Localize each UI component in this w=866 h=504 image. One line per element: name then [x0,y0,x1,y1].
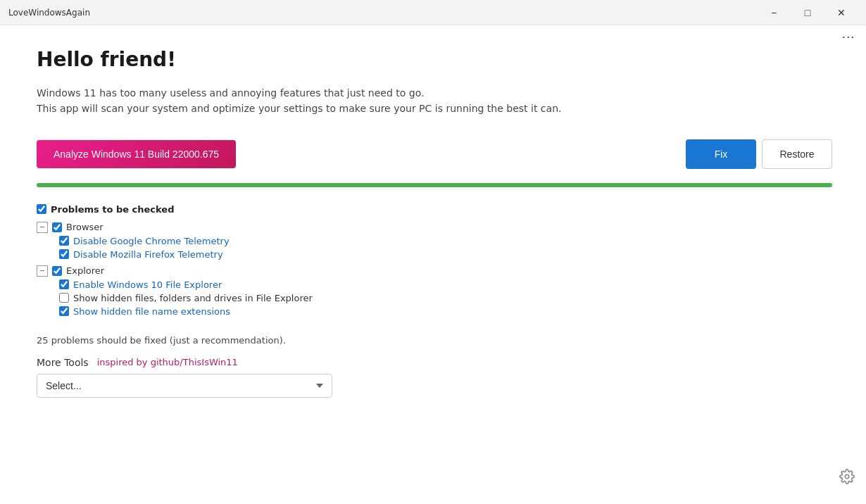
menu-dots-button[interactable]: ⋮ [841,31,856,41]
title-bar: LoveWindowsAgain − □ ✕ [0,0,866,25]
tree-group-explorer: −ExplorerEnable Windows 10 File Explorer… [37,264,827,318]
tree-item-row[interactable]: Enable Windows 10 File Explorer [59,278,827,291]
tree-item-row[interactable]: Show hidden files, folders and drives in… [59,291,827,305]
problems-area: Problems to be checked −BrowserDisable G… [37,204,832,487]
item-checkbox-explorer-1[interactable] [59,293,69,303]
more-tools-label: More Tools [37,357,89,368]
main-content: Hello friend! Windows 11 has too many us… [0,25,866,504]
tree-container: −BrowserDisable Google Chrome TelemetryD… [37,220,827,318]
page-heading: Hello friend! [37,48,832,71]
item-label[interactable]: Disable Mozilla Firefox Telemetry [73,249,223,260]
item-label[interactable]: Disable Google Chrome Telemetry [73,236,230,246]
fix-button[interactable]: Fix [686,139,756,169]
item-label[interactable]: Enable Windows 10 File Explorer [73,279,222,290]
description-line1: Windows 11 has too many useless and anno… [37,85,832,101]
item-checkbox-browser-0[interactable] [59,236,69,246]
item-checkbox-explorer-0[interactable] [59,279,69,289]
github-link[interactable]: inspired by github/ThisIsWin11 [97,357,238,367]
tree-group-row-explorer[interactable]: −Explorer [37,264,827,278]
item-label: Show hidden files, folders and drives in… [73,293,313,303]
group-checkbox-browser[interactable] [52,222,62,232]
tree-group-browser: −BrowserDisable Google Chrome TelemetryD… [37,220,827,261]
minimize-button[interactable]: − [758,2,790,23]
tools-select[interactable]: Select...Uninstall OneDriveDisable Telem… [37,374,332,398]
description-line2: This app will scan your system and optim… [37,101,832,116]
problems-summary: 25 problems should be fixed (just a reco… [37,329,827,346]
actions-row: Analyze Windows 11 Build 22000.675 Fix R… [37,139,832,169]
content-area: Hello friend! Windows 11 has too many us… [3,25,866,504]
tree-item-row[interactable]: Disable Mozilla Firefox Telemetry [59,248,827,261]
app-title: LoveWindowsAgain [8,8,90,18]
right-buttons: Fix Restore [686,139,832,169]
tree-group-row-browser[interactable]: −Browser [37,220,827,234]
select-container: Select...Uninstall OneDriveDisable Telem… [37,374,827,398]
group-label-explorer: Explorer [66,265,104,276]
expand-icon-explorer[interactable]: − [37,265,48,277]
tree-children-explorer: Enable Windows 10 File ExplorerShow hidd… [59,278,827,318]
maximize-button[interactable]: □ [791,2,824,23]
svg-point-0 [845,474,849,479]
progress-bar-fill [37,183,832,187]
expand-icon-browser[interactable]: − [37,222,48,233]
tree-children-browser: Disable Google Chrome TelemetryDisable M… [59,234,827,261]
description-block: Windows 11 has too many useless and anno… [37,85,832,117]
tree-item-row[interactable]: Disable Google Chrome Telemetry [59,234,827,248]
item-checkbox-explorer-2[interactable] [59,306,69,316]
group-checkbox-explorer[interactable] [52,266,62,276]
group-label-browser: Browser [66,222,103,232]
progress-bar-container [37,183,832,187]
more-tools-row: More Tools inspired by github/ThisIsWin1… [37,357,827,368]
item-checkbox-browser-1[interactable] [59,249,69,259]
restore-button[interactable]: Restore [762,139,832,169]
window-controls: − □ ✕ [758,2,858,23]
analyze-button[interactable]: Analyze Windows 11 Build 22000.675 [37,140,236,168]
root-checkbox[interactable] [37,204,46,214]
root-label: Problems to be checked [51,204,174,215]
close-button[interactable]: ✕ [825,2,858,23]
item-label[interactable]: Show hidden file name extensions [73,306,230,317]
settings-gear-button[interactable] [839,469,855,487]
tree-item-row[interactable]: Show hidden file name extensions [59,305,827,318]
root-row: Problems to be checked [37,204,827,215]
